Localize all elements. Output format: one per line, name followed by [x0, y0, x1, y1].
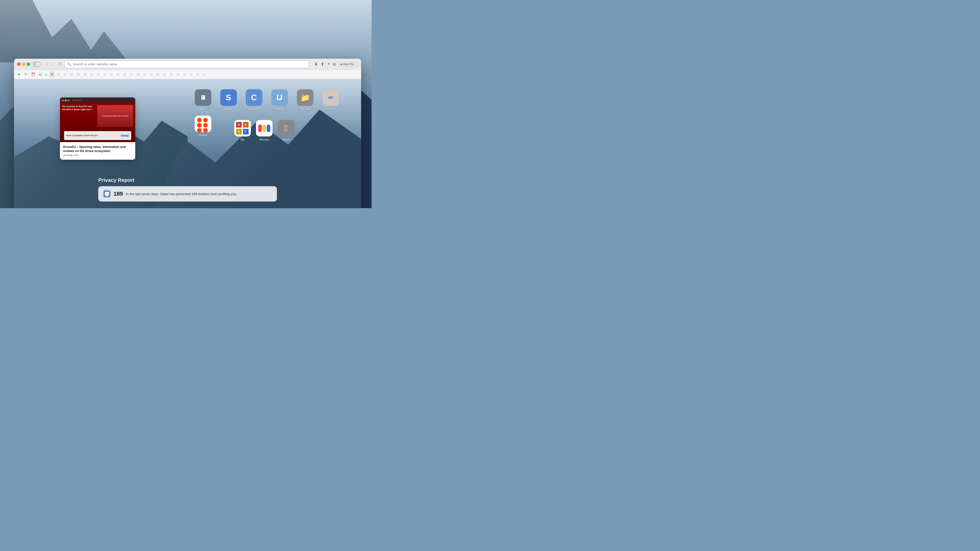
- favorite-icon-mac: 🖥: [195, 89, 211, 106]
- bookmark-item-16[interactable]: ☆: [148, 71, 154, 77]
- bookmark-item-24[interactable]: ☆: [201, 71, 207, 77]
- favorite-icon-reddit: [195, 116, 211, 132]
- bm-star-icon-9: ☆: [110, 73, 113, 76]
- bookmark-item-14[interactable]: ☆: [135, 71, 141, 77]
- bookmark-item-17[interactable]: ☆: [155, 71, 161, 77]
- bookmark-item-22[interactable]: ☆: [188, 71, 194, 77]
- maximize-button[interactable]: [27, 62, 30, 66]
- search-icon: 🔍: [67, 62, 71, 66]
- bm-star-icon-4: ☆: [77, 73, 80, 76]
- tab-preview-title: DroneDJ – Spinning news, information and…: [63, 145, 132, 153]
- privacy-report-title: Privacy Report: [98, 177, 277, 183]
- close-button[interactable]: [17, 62, 21, 66]
- bookmark-item-15[interactable]: ☆: [142, 71, 148, 77]
- bookmark-item-8[interactable]: ☆: [95, 71, 101, 77]
- bookmark-item-13[interactable]: ☆: [128, 71, 135, 77]
- bookmark-item-20[interactable]: ☆: [175, 71, 181, 77]
- bm-star-icon-13: ☆: [137, 73, 140, 76]
- favorite-item-biz[interactable]: B B B C Biz: [234, 120, 251, 141]
- bookmark-item-target[interactable]: ◎: [37, 71, 43, 77]
- bm-star-icon-11: ☆: [123, 73, 126, 76]
- download-button[interactable]: ⬇: [313, 61, 319, 68]
- bm-star-icon-7: ☆: [97, 73, 100, 76]
- bookmark-item-6[interactable]: ☆: [82, 71, 88, 77]
- bookmark-timer-icon: ⏰: [31, 73, 35, 76]
- privacy-tracker-count: 189: [114, 191, 123, 197]
- bookmark-item-drone[interactable]: ⊛: [49, 71, 55, 77]
- favorite-item-electrek[interactable]: ee Electrek: [320, 89, 341, 110]
- bm-star-icon-21: ☆: [189, 73, 192, 76]
- forward-icon: ›: [51, 62, 52, 67]
- bm-star-icon-2: ☆: [64, 73, 67, 76]
- tab-overview-button[interactable]: ⊞: [332, 61, 337, 67]
- browser-window: ‹ › 🛡 🔍 ⬇ ⬆ + ⊞ ★ Start Pa...: [14, 59, 361, 208]
- bm-star-icon-12: ☆: [130, 73, 133, 76]
- forward-button[interactable]: ›: [49, 60, 53, 68]
- bm-star-icon-17: ☆: [163, 73, 166, 76]
- back-button[interactable]: ‹: [45, 60, 49, 68]
- share-button[interactable]: ⬆: [320, 61, 325, 68]
- tab-preview-popup[interactable]: DroneDJ Ten reasons to buy the new DJI M…: [60, 97, 135, 160]
- bookmark-target-icon: ◎: [39, 73, 41, 76]
- bookmark-item-18[interactable]: ☆: [162, 71, 168, 77]
- favorite-icon-electrek: ee: [322, 89, 339, 106]
- toolbar-right: ⬇ ⬆ + ⊞ ★ Start Pa...: [313, 60, 358, 68]
- new-tab-button[interactable]: +: [326, 60, 331, 68]
- bookmark-item-23[interactable]: ☆: [195, 71, 201, 77]
- bookmark-item-clock[interactable]: ⏱: [23, 71, 29, 77]
- favorite-label-electrek: Electrek: [325, 107, 336, 110]
- bm-star-icon-10: ☆: [117, 73, 120, 76]
- favorite-icon-upload: U: [271, 89, 288, 106]
- sidebar-toggle-button[interactable]: [32, 61, 41, 68]
- bookmark-item-e[interactable]: e: [44, 71, 48, 77]
- address-bar-container: 🛡 🔍: [57, 60, 309, 68]
- bookmark-item-2[interactable]: ☆: [56, 71, 62, 77]
- privacy-card[interactable]: 189 In the last seven days, Safari has p…: [98, 186, 277, 202]
- favorite-item-studio[interactable]: S Studio: [218, 89, 239, 110]
- favorite-item-mac[interactable]: 🖥 Mac: [192, 89, 213, 110]
- preview-ad-text: HATE CLEANING YOUR TOILET?: [66, 135, 98, 137]
- favorite-label-biz: Biz: [241, 138, 245, 141]
- bm-star-icon-8: ☆: [103, 73, 107, 76]
- favorites-grid-row2: B B B C Biz Monday  Apple: [234, 120, 294, 141]
- minimize-button[interactable]: [22, 62, 25, 66]
- bookmark-item-timer[interactable]: ⏰: [30, 71, 37, 77]
- tab-preview-image: DroneDJ Ten reasons to buy the new DJI M…: [60, 97, 135, 142]
- bookmark-item-4[interactable]: ☆: [68, 71, 75, 77]
- favorite-label-reddit: Reddit: [199, 134, 207, 137]
- favorite-item-youtube[interactable]: 📁 YouTube: [295, 89, 315, 110]
- favorite-item-upload[interactable]: U Upload: [269, 89, 290, 110]
- preview-site-logo: DroneDJ: [73, 99, 82, 102]
- nav-buttons: ‹ ›: [45, 60, 53, 68]
- favorite-item-apple[interactable]:  Apple: [278, 120, 294, 141]
- bookmark-item-9[interactable]: ☆: [102, 71, 108, 77]
- bm-star-icon-16: ☆: [156, 73, 159, 76]
- bookmark-item-10[interactable]: ☆: [108, 71, 115, 77]
- bookmark-item-5[interactable]: ☆: [75, 71, 81, 77]
- favorite-icon-biz: B B B C: [234, 120, 251, 137]
- favorite-item-channel[interactable]: C Channel: [244, 89, 264, 110]
- bookmark-item-7[interactable]: ☆: [89, 71, 95, 77]
- favorite-item-reddit[interactable]: Reddit: [192, 116, 213, 137]
- bookmark-item-12[interactable]: ☆: [122, 71, 128, 77]
- favorite-label-mac: Mac: [200, 107, 206, 110]
- bookmark-item-0[interactable]: ★: [16, 71, 22, 77]
- favorite-label-youtube: YouTube: [299, 107, 310, 110]
- bookmark-item-3[interactable]: ☆: [62, 71, 68, 77]
- address-bar[interactable]: 🔍: [64, 60, 309, 68]
- bm-star-icon-23: ☆: [203, 73, 206, 76]
- browser-titlebar: ‹ › 🛡 🔍 ⬇ ⬆ + ⊞ ★ Start Pa...: [14, 59, 361, 70]
- privacy-shield-icon: 🛡: [57, 62, 62, 67]
- favorite-item-monday[interactable]: Monday: [256, 120, 272, 141]
- bookmark-item-19[interactable]: ☆: [168, 71, 174, 77]
- traffic-lights: [17, 62, 30, 66]
- bookmark-item-11[interactable]: ☆: [115, 71, 121, 77]
- bm-star-icon-15: ☆: [150, 73, 153, 76]
- bookmark-item-21[interactable]: ☆: [181, 71, 188, 77]
- start-page-button[interactable]: ★ Start Pa...: [338, 62, 358, 67]
- tab-preview-content-area: Ten reasons to buy the new DJI Mini 2 dr…: [60, 103, 135, 142]
- privacy-description: In the last seven days, Safari has preve…: [126, 192, 237, 196]
- search-input[interactable]: [73, 62, 307, 66]
- tab-preview-url: dronedj.com: [63, 154, 132, 157]
- start-page-label: Start Pa...: [343, 62, 356, 66]
